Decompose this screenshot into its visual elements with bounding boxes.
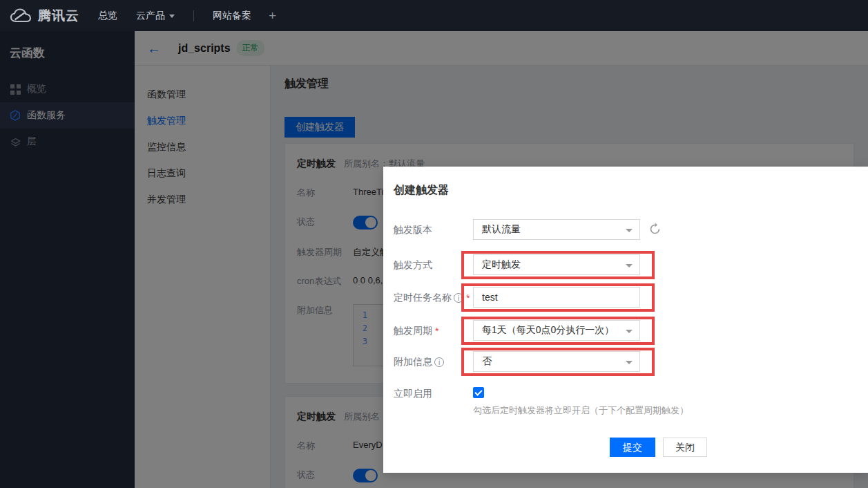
chevron-down-icon (626, 229, 633, 232)
nav-item-icp-filing[interactable]: 网站备案 (213, 10, 251, 22)
add-tab-plus-icon[interactable]: + (269, 8, 276, 24)
chevron-down-icon (626, 264, 633, 268)
create-trigger-dialog: 创建触发器 触发版本 默认流量 触发方式 定时触发 定时任务名称i* 触发周期*… (383, 167, 868, 473)
trigger-type-select[interactable]: 定时触发 (473, 254, 640, 275)
trigger-period-label: 触发周期* (394, 325, 438, 337)
trigger-version-label: 触发版本 (394, 224, 432, 236)
nav-item-cloud-products[interactable]: 云产品 (136, 10, 175, 22)
submit-button[interactable]: 提交 (610, 438, 655, 457)
chevron-down-icon (169, 15, 175, 18)
enable-now-checkbox-checked[interactable] (473, 387, 484, 398)
extra-info-select[interactable]: 否 (473, 351, 640, 372)
trigger-version-select[interactable]: 默认流量 (473, 219, 640, 240)
extra-info-label: 附加信息i (394, 356, 444, 368)
required-asterisk: * (435, 326, 438, 337)
refresh-icon[interactable] (648, 223, 662, 236)
timer-task-name-label: 定时任务名称i* (394, 292, 470, 304)
enable-now-help-text: 勾选后定时触发器将立即开启（于下个配置周期触发） (473, 404, 688, 417)
dialog-title: 创建触发器 (394, 183, 449, 198)
navbar-divider (193, 10, 194, 21)
required-asterisk: * (466, 292, 470, 303)
info-icon[interactable]: i (434, 357, 444, 367)
nav-item-overview[interactable]: 总览 (98, 10, 117, 22)
top-navbar: 腾讯云 总览 云产品 网站备案 + (0, 0, 868, 31)
brand-name: 腾讯云 (38, 7, 79, 25)
timer-task-name-input[interactable] (473, 287, 640, 308)
chevron-down-icon (626, 361, 633, 364)
trigger-period-select[interactable]: 每1天（每天0点0分执行一次） (473, 320, 640, 341)
chevron-down-icon (626, 330, 633, 333)
tencent-cloud-logo-icon[interactable] (10, 8, 32, 24)
trigger-type-label: 触发方式 (394, 259, 432, 272)
close-button[interactable]: 关闭 (663, 438, 707, 457)
enable-now-label: 立即启用 (394, 388, 432, 400)
info-icon[interactable]: i (454, 293, 463, 303)
